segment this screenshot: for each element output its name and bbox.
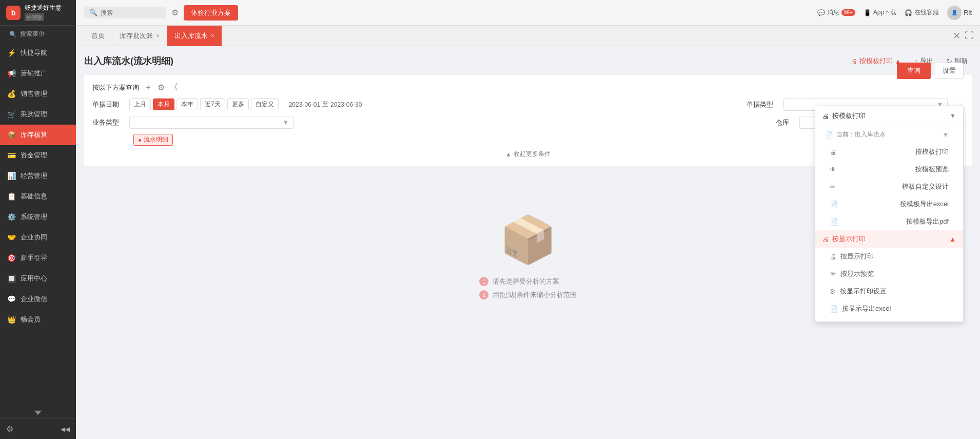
header-search-box[interactable]: 🔍 <box>84 7 166 18</box>
tab-restore-btn[interactable]: ✕ <box>953 30 961 42</box>
guide-label: 新手引导 <box>21 253 47 263</box>
tab-flow-close[interactable]: × <box>211 32 214 39</box>
sidebar-item-operations[interactable]: 📊 经营管理 <box>0 166 76 186</box>
sidebar-item-sales[interactable]: 💰 销售管理 <box>0 84 76 104</box>
dropdown-display-preview[interactable]: 👁 按显示预览 <box>815 265 963 283</box>
print-template-label: 按模板打印 <box>859 56 893 66</box>
dropdown-display-settings[interactable]: ⚙ 按显示打印设置 <box>815 283 963 300</box>
header-search-input[interactable] <box>101 9 152 16</box>
filter-date-buttons: 上月 本月 本年 近7天 更多 自定义 <box>129 98 279 110</box>
messages-label: 消息 <box>827 8 839 17</box>
empty-step-2-text: 用[过滤]条件来缩小分析范围 <box>493 290 576 300</box>
dropdown-template-print[interactable]: 🖨 按模板打印 <box>815 143 963 161</box>
sidebar-item-enterprise-wechat[interactable]: 💬 企业微信 <box>0 289 76 309</box>
sidebar-item-guide[interactable]: 🎯 新手引导 <box>0 248 76 268</box>
display-print-title: 🖨 按显示打印 <box>822 234 866 244</box>
dropdown-display-export-pdf[interactable]: 📄 按显示导出pdf <box>815 317 963 322</box>
user-profile-item[interactable]: 👤 Rit <box>947 6 972 20</box>
date-range-display: 2023-06-01 至 2023-06-30 <box>289 100 362 109</box>
sidebar-item-basic-info[interactable]: 📋 基础信息 <box>0 186 76 207</box>
tabs-bar: 首页 库存批次账 × 出入库流水 × ✕ ⛶ <box>76 26 980 46</box>
date-btn-this-month[interactable]: 本月 <box>153 98 174 110</box>
pdf-icon-1: 📄 <box>830 218 838 226</box>
sidebar-item-marketing[interactable]: 📢 营销推广 <box>0 63 76 84</box>
cooperation-icon: 🤝 <box>6 232 16 243</box>
messages-item[interactable]: 💬 消息 99+ <box>817 8 855 17</box>
user-name-label: Rit <box>964 9 972 16</box>
sidebar-item-inventory[interactable]: 📦 库存核算 <box>0 125 76 145</box>
date-btn-custom[interactable]: 自定义 <box>251 98 279 110</box>
filter-settings-icon[interactable]: ⚙ <box>158 83 165 92</box>
current-template-item[interactable]: 📄 当前：出入库流水 ▼ <box>815 126 963 143</box>
chevron-up-collapse-icon: ▲ <box>505 151 512 158</box>
settings-icon[interactable]: ⚙ <box>6 424 13 434</box>
tab-batch-account[interactable]: 库存批次账 × <box>112 26 167 46</box>
filter-collapse-icon[interactable]: 《 <box>170 82 178 93</box>
settings-button[interactable]: 设置 <box>935 63 964 79</box>
dropdown-template-export-excel[interactable]: 📄 按模板导出excel <box>815 195 963 213</box>
empty-icon: 📦 <box>499 213 557 267</box>
date-start[interactable]: 2023-06-01 <box>289 101 320 108</box>
online-service-label: 在线客服 <box>914 8 939 17</box>
preview-icon-1: 👁 <box>830 166 836 173</box>
tab-home[interactable]: 首页 <box>84 26 112 46</box>
sidebar-search-item[interactable]: 🔍 搜索菜单 <box>0 26 76 43</box>
collapse-sidebar-icon[interactable]: ◀◀ <box>61 426 70 433</box>
enterprise-wechat-icon: 💬 <box>6 294 16 304</box>
online-service-item[interactable]: 🎧 在线客服 <box>905 8 939 17</box>
sidebar-item-system[interactable]: ⚙️ 系统管理 <box>0 207 76 227</box>
filter-date-label: 单据日期 <box>92 100 119 109</box>
sidebar-item-app-center[interactable]: 🔲 应用中心 <box>0 268 76 289</box>
app-center-label: 应用中心 <box>21 274 47 283</box>
date-end[interactable]: 2023-06-30 <box>330 101 362 108</box>
membership-label: 畅会员 <box>21 315 41 324</box>
display-settings-item-label: 按显示打印设置 <box>840 287 887 296</box>
sidebar-scroll-down[interactable] <box>0 407 76 418</box>
date-btn-7days[interactable]: 近7天 <box>200 98 225 110</box>
flow-tag[interactable]: ● 流水明细 <box>133 134 173 146</box>
sidebar-footer: ⚙ ◀◀ <box>0 418 76 439</box>
tab-batch-close[interactable]: × <box>156 32 160 39</box>
dropdown-template-header[interactable]: 🖨 按模板打印 ▼ <box>815 106 963 126</box>
sidebar-item-membership[interactable]: 👑 畅会员 <box>0 309 76 330</box>
excel-icon-1: 📄 <box>830 201 838 208</box>
printer-dropdown-icon: 🖨 <box>822 112 829 120</box>
tab-maximize-btn[interactable]: ⛶ <box>965 30 974 41</box>
dropdown-template-preview[interactable]: 👁 按模板预览 <box>815 161 963 178</box>
app-download-item[interactable]: 📱 App下载 <box>864 8 896 17</box>
sidebar-item-cooperation[interactable]: 🤝 企业协同 <box>0 227 76 248</box>
empty-step-1-text: 请先选择要分析的方案 <box>493 277 559 286</box>
date-btn-this-year[interactable]: 本年 <box>177 98 198 110</box>
printer-display-icon: 🖨 <box>822 235 829 243</box>
dropdown-display-export-excel[interactable]: 📄 按显示导出excel <box>815 300 963 317</box>
tab-inventory-flow[interactable]: 出入库流水 × <box>167 26 222 46</box>
date-btn-last-month[interactable]: 上月 <box>129 98 151 110</box>
empty-step-1: 1 请先选择要分析的方案 <box>479 277 576 286</box>
collapse-btn-label: 收起更多条件 <box>514 150 551 158</box>
headset-icon: 🎧 <box>905 9 912 16</box>
template-chevron-down: ▼ <box>950 112 956 119</box>
date-btn-more[interactable]: 更多 <box>227 98 249 110</box>
cooperation-label: 企业协同 <box>21 233 47 242</box>
filter-business-select[interactable]: ▼ <box>129 116 293 129</box>
app-logo-text: 畅捷通好生意 标准版 <box>25 4 62 21</box>
sidebar-nav: ⚡ 快捷导航 📢 营销推广 💰 销售管理 🛒 采购管理 📦 库存核算 💳 资金管… <box>0 43 76 407</box>
dropdown-template-export-pdf[interactable]: 📄 按模板导出pdf <box>815 213 963 230</box>
header-gear-icon[interactable]: ⚙ <box>171 8 179 17</box>
dropdown-display-print[interactable]: 🖨 按显示打印 <box>815 248 963 265</box>
dropdown-display-section-header[interactable]: 🖨 按显示打印 ▲ <box>815 230 963 248</box>
page-header: 出入库流水(流水明细) 🖨 按模板打印 ▲ ↑ 导出 ↻ 刷新 <box>84 54 972 68</box>
quick-nav-label: 快捷导航 <box>21 48 47 57</box>
sidebar-item-purchase[interactable]: 🛒 采购管理 <box>0 104 76 125</box>
empty-step-2: 2 用[过滤]条件来缩小分析范围 <box>479 290 576 300</box>
sidebar-item-finance[interactable]: 💳 资金管理 <box>0 145 76 166</box>
query-button[interactable]: 查询 <box>897 63 931 79</box>
current-template-label: 当前：出入库流水 <box>836 130 886 139</box>
sidebar-item-quick-nav[interactable]: ⚡ 快捷导航 <box>0 43 76 63</box>
flow-tag-icon: ● <box>138 136 142 144</box>
industry-solution-button[interactable]: 体验行业方案 <box>184 5 238 21</box>
print-icon-1: 🖨 <box>830 148 836 156</box>
filter-add-icon[interactable]: ＋ <box>144 82 152 93</box>
operations-label: 经营管理 <box>21 171 47 181</box>
dropdown-template-custom[interactable]: ✏ 模板自定义设计 <box>815 178 963 195</box>
